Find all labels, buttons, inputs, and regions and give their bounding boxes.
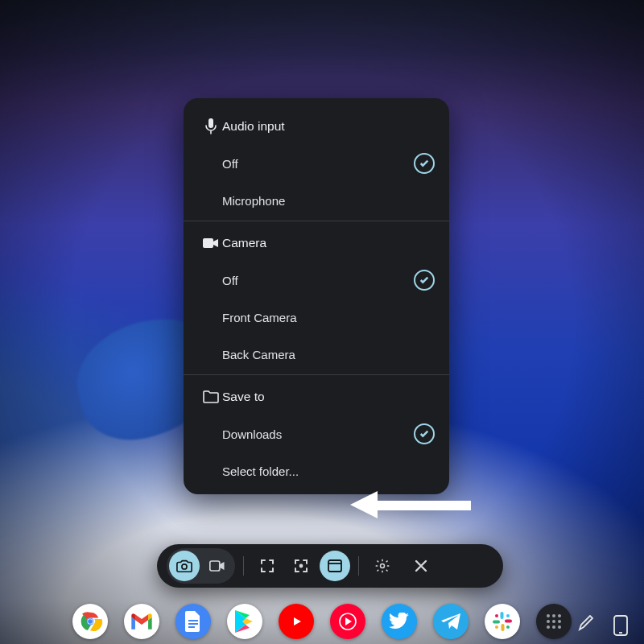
settings-button[interactable] — [367, 551, 398, 581]
svg-rect-16 — [493, 621, 500, 624]
section-save-to: Save to Downloads Select folder... — [184, 374, 449, 491]
app-play-store[interactable] — [227, 604, 262, 639]
svg-point-22 — [495, 625, 498, 629]
check-circle-icon — [414, 423, 435, 444]
app-gmail[interactable] — [124, 604, 159, 639]
app-youtube[interactable] — [279, 604, 314, 639]
app-twitter[interactable] — [382, 604, 417, 639]
svg-rect-18 — [505, 620, 512, 623]
capture-mode-segment — [167, 548, 235, 584]
option-save-downloads[interactable]: Downloads — [184, 415, 449, 452]
svg-point-23 — [547, 614, 550, 617]
svg-point-6 — [381, 564, 385, 568]
app-chrome[interactable] — [72, 604, 108, 639]
check-circle-icon — [414, 270, 435, 291]
fullscreen-region-button[interactable] — [252, 551, 283, 581]
svg-rect-12 — [188, 623, 198, 625]
stylus-icon[interactable] — [576, 615, 596, 634]
option-camera-back[interactable]: Back Camera — [184, 336, 449, 373]
section-header-save: Save to — [184, 378, 449, 415]
section-title: Camera — [222, 236, 266, 250]
option-label: Off — [222, 157, 414, 171]
option-camera-front[interactable]: Front Camera — [184, 299, 449, 336]
svg-point-31 — [558, 625, 561, 629]
section-header-camera: Camera — [184, 225, 449, 262]
capture-settings-panel: Audio input Off Microphone Camera Off Fr… — [184, 98, 449, 494]
section-camera: Camera Off Front Camera Back Camera — [184, 221, 449, 374]
folder-icon — [200, 390, 222, 403]
option-audio-off[interactable]: Off — [184, 145, 449, 182]
app-youtube-music[interactable] — [330, 604, 365, 639]
svg-point-30 — [552, 625, 555, 629]
option-label: Microphone — [222, 194, 435, 208]
shelf — [0, 599, 644, 644]
partial-region-button[interactable] — [286, 551, 316, 581]
svg-rect-17 — [502, 624, 505, 631]
svg-rect-2 — [210, 561, 220, 571]
section-audio: Audio input Off Microphone — [184, 105, 449, 221]
svg-point-27 — [552, 620, 555, 623]
svg-rect-15 — [501, 612, 504, 619]
microphone-icon — [200, 118, 222, 134]
option-audio-microphone[interactable]: Microphone — [184, 182, 449, 219]
svg-point-25 — [558, 614, 561, 617]
option-label: Front Camera — [222, 311, 435, 324]
system-tray — [576, 615, 633, 634]
svg-rect-0 — [203, 238, 213, 248]
app-docs[interactable] — [175, 604, 211, 639]
phone-hub-icon[interactable] — [613, 615, 633, 634]
toolbar-separator — [243, 556, 244, 576]
svg-point-1 — [182, 564, 187, 569]
svg-point-26 — [547, 620, 550, 623]
option-save-select-folder[interactable]: Select folder... — [184, 452, 449, 489]
app-telegram[interactable] — [433, 604, 469, 639]
app-drawer[interactable] — [536, 604, 572, 639]
svg-point-3 — [300, 565, 303, 568]
option-label: Off — [222, 274, 414, 287]
screen-capture-toolbar — [157, 544, 503, 588]
svg-rect-13 — [188, 626, 195, 628]
svg-point-20 — [506, 614, 510, 617]
record-mode-button[interactable] — [202, 551, 233, 581]
svg-point-10 — [88, 619, 93, 624]
videocam-icon — [200, 237, 222, 249]
option-label: Select folder... — [222, 464, 435, 478]
option-camera-off[interactable]: Off — [184, 262, 449, 299]
svg-rect-11 — [188, 620, 198, 621]
screenshot-mode-button[interactable] — [169, 551, 200, 581]
svg-point-19 — [495, 614, 498, 617]
svg-point-28 — [558, 620, 561, 623]
check-circle-icon — [414, 153, 435, 174]
window-region-button[interactable] — [320, 551, 350, 581]
toolbar-separator — [358, 556, 359, 576]
section-title: Save to — [222, 390, 265, 404]
close-button[interactable] — [406, 551, 436, 581]
svg-rect-4 — [328, 560, 341, 572]
svg-point-21 — [506, 625, 510, 629]
option-label: Back Camera — [222, 348, 435, 361]
svg-point-29 — [547, 625, 550, 629]
svg-point-24 — [552, 614, 555, 617]
section-title: Audio input — [222, 119, 285, 134]
section-header-audio: Audio input — [184, 108, 449, 145]
option-label: Downloads — [222, 427, 414, 441]
app-slack[interactable] — [485, 604, 520, 639]
